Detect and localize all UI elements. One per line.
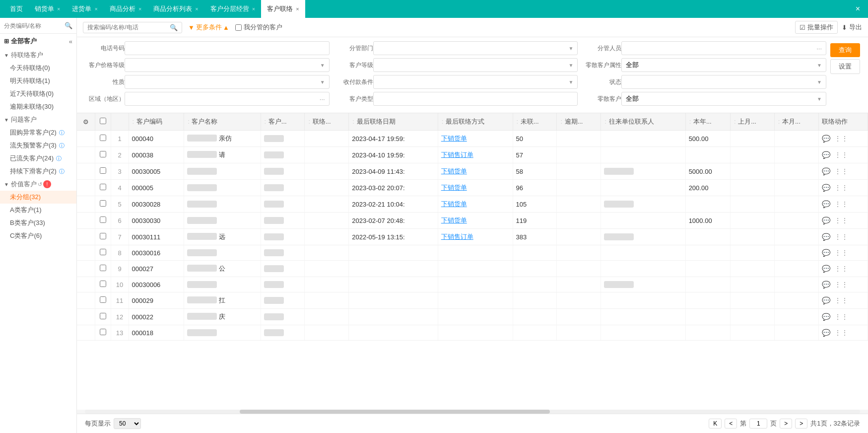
dept-select[interactable]: ▼ [373, 41, 578, 55]
row-check[interactable] [95, 245, 111, 261]
call-icon[interactable]: 💬 [822, 135, 830, 143]
contact-method-link[interactable]: 下销货单 [441, 216, 467, 224]
call-icon[interactable]: 💬 [822, 167, 830, 175]
tab-customer-contact[interactable]: 客户联络 × [261, 0, 305, 18]
sidebar-group-problem[interactable]: ▼ 问题客户 [0, 113, 76, 126]
more-action-icon[interactable]: ⋮⋮ [834, 313, 848, 321]
col-check[interactable] [95, 113, 111, 131]
contact-method-link[interactable]: 下销货单 [441, 200, 467, 208]
region-dots[interactable]: ··· [320, 95, 325, 103]
page-size-select[interactable]: 50 100 [114, 418, 141, 429]
manager-dots[interactable]: ··· [816, 45, 822, 52]
export-btn[interactable]: ⬇ 导出 [842, 21, 862, 34]
sidebar-group-pending[interactable]: ▼ 待联络客户 [0, 49, 76, 62]
last-page-btn[interactable]: > [795, 419, 807, 429]
reset-button[interactable]: 设置 [830, 59, 860, 74]
more-action-icon[interactable]: ⋮⋮ [834, 167, 848, 175]
more-action-icon[interactable]: ⋮⋮ [834, 265, 848, 273]
select-all-checkbox[interactable] [100, 118, 106, 124]
sidebar-collapse-btn[interactable]: « [69, 38, 72, 45]
sidebar-item-class-a[interactable]: A类客户(1) [0, 204, 76, 216]
more-action-icon[interactable]: ⋮⋮ [834, 233, 848, 241]
page-number-input[interactable] [749, 419, 767, 429]
contact-method-link[interactable]: 下销货单 [441, 135, 467, 142]
call-icon[interactable]: 💬 [822, 296, 830, 304]
sidebar-search-input[interactable] [4, 22, 65, 29]
more-action-icon[interactable]: ⋮⋮ [834, 184, 848, 192]
manager-select[interactable]: ··· [621, 41, 826, 55]
my-customers-check[interactable] [235, 24, 242, 31]
horizontal-scrollbar[interactable] [85, 410, 860, 414]
close-customer-contact-tab[interactable]: × [296, 6, 299, 12]
batch-operation-btn[interactable]: ☑ 批量操作 [795, 21, 838, 34]
tab-product-analysis-list[interactable]: 商品分析列表 × [147, 0, 204, 18]
price-level-select[interactable]: ▼ [125, 58, 330, 72]
sidebar-item-class-c[interactable]: C类客户(6) [0, 229, 76, 242]
call-icon[interactable]: 💬 [822, 313, 830, 321]
all-customers-header[interactable]: ⊞ 全部客户 « [0, 34, 76, 49]
row-check[interactable] [95, 277, 111, 292]
contact-method-link[interactable]: 下销货单 [441, 184, 467, 191]
my-customers-checkbox[interactable]: 我分管的客户 [235, 23, 282, 32]
row-check[interactable] [95, 131, 111, 147]
sidebar-group-value[interactable]: ▼ 价值客户 ↺ ! [0, 178, 76, 191]
call-icon[interactable]: 💬 [822, 233, 830, 241]
close-all-tabs[interactable]: × [852, 4, 864, 13]
sidebar-item-churn-warning[interactable]: 流失预警客户(3) ⓘ [0, 139, 76, 152]
row-check[interactable] [95, 163, 111, 180]
tab-product-analysis[interactable]: 商品分析 × [104, 0, 147, 18]
contact-method-link[interactable]: 下销货单 [441, 167, 467, 175]
phone-input[interactable] [125, 41, 330, 55]
close-purchase-tab[interactable]: × [94, 6, 97, 12]
nature-select[interactable]: ▼ [125, 75, 330, 89]
search-icon[interactable]: 🔍 [170, 24, 178, 31]
more-action-icon[interactable]: ⋮⋮ [834, 135, 848, 143]
more-action-icon[interactable]: ⋮⋮ [834, 296, 848, 304]
more-action-icon[interactable]: ⋮⋮ [834, 216, 848, 224]
customer-type-input[interactable] [373, 92, 578, 106]
call-icon[interactable]: 💬 [822, 265, 830, 273]
tab-purchase[interactable]: 进货单 × [66, 0, 103, 18]
row-check[interactable] [95, 325, 111, 341]
row-check[interactable] [95, 147, 111, 163]
more-action-icon[interactable]: ⋮⋮ [834, 281, 848, 289]
retail-attr-select[interactable]: 全部 ▼ [621, 58, 826, 72]
contact-method-link[interactable]: 下销售订单 [441, 151, 473, 158]
more-action-icon[interactable]: ⋮⋮ [834, 329, 848, 337]
row-check[interactable] [95, 292, 111, 309]
row-check[interactable] [95, 229, 111, 245]
query-button[interactable]: 查询 [830, 43, 860, 57]
retail-customer-select[interactable]: 全部 ▼ [621, 92, 826, 106]
sidebar-item-lost[interactable]: 已流失客户(24) ⓘ [0, 152, 76, 165]
next-page-btn[interactable]: > [780, 419, 792, 429]
customer-level-select[interactable]: ▼ [373, 58, 578, 72]
call-icon[interactable]: 💬 [822, 281, 830, 289]
sidebar-item-week-pending[interactable]: 近7天待联络(0) [0, 87, 76, 100]
contact-method-link[interactable]: 下销售订单 [441, 233, 473, 240]
sidebar-item-declining[interactable]: 持续下滑客户(2) ⓘ [0, 165, 76, 178]
sidebar-item-tomorrow-pending[interactable]: 明天待联络(1) [0, 74, 76, 87]
tab-home[interactable]: 首页 [4, 0, 29, 18]
call-icon[interactable]: 💬 [822, 184, 830, 192]
close-customer-segmentation-tab[interactable]: × [252, 6, 255, 12]
more-action-icon[interactable]: ⋮⋮ [834, 249, 848, 257]
tab-sales[interactable]: 销货单 × [29, 0, 66, 18]
first-page-btn[interactable]: K [709, 419, 722, 429]
close-sales-tab[interactable]: × [57, 6, 60, 12]
search-input[interactable] [87, 24, 170, 31]
prev-page-btn[interactable]: < [725, 419, 737, 429]
close-product-analysis-tab[interactable]: × [138, 6, 141, 12]
row-check[interactable] [95, 309, 111, 325]
sidebar-item-overdue[interactable]: 逾期未联络(30) [0, 100, 76, 113]
more-conditions-btn[interactable]: ▼ 更多条件 ▲ [188, 23, 229, 32]
sidebar-item-ungrouped[interactable]: 未分组(32) [0, 191, 76, 204]
sidebar-item-class-b[interactable]: B类客户(33) [0, 216, 76, 229]
call-icon[interactable]: 💬 [822, 200, 830, 208]
scrollbar-thumb[interactable] [240, 410, 550, 414]
row-check[interactable] [95, 180, 111, 196]
sidebar-item-abnormal[interactable]: 固购异常客户(2) ⓘ [0, 126, 76, 139]
payment-select[interactable]: ▼ [373, 75, 578, 89]
more-action-icon[interactable]: ⋮⋮ [834, 151, 848, 159]
region-select[interactable]: ··· [125, 92, 330, 106]
row-check[interactable] [95, 213, 111, 229]
